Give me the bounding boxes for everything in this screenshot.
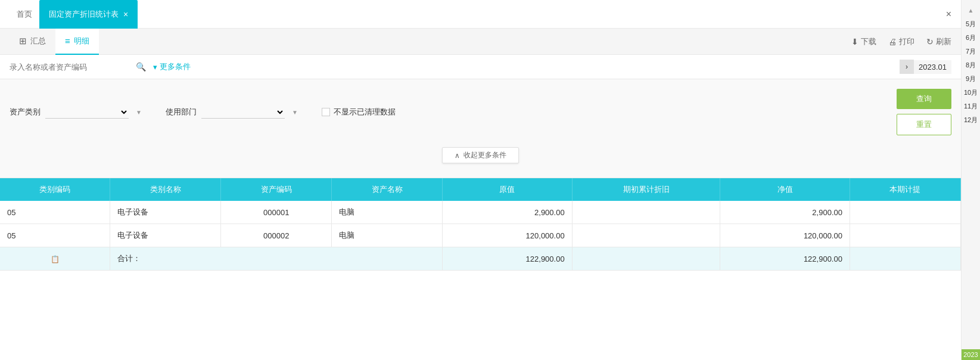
cell-category-name: 电子设备	[110, 224, 221, 247]
cell-net-value: 120,000.00	[720, 224, 850, 247]
col-asset-name: 资产名称	[332, 178, 443, 201]
hide-cleared-checkbox[interactable]	[322, 108, 330, 116]
nav-tab-close[interactable]: ×	[123, 10, 128, 19]
tab-summary-label: 汇总	[30, 36, 46, 46]
main-table: 类别编码 类别名称 资产编码 资产名称 原值 期初累计折旧 净值 本期计提 05…	[0, 178, 961, 271]
search-icon[interactable]: 🔍	[136, 62, 146, 72]
search-input[interactable]	[10, 63, 129, 72]
download-btn[interactable]: ⬇ 下载	[851, 36, 876, 47]
collapse-label: 收起更多条件	[463, 150, 506, 160]
cell-accumulated-depreciation	[572, 224, 720, 247]
reset-btn[interactable]: 重置	[897, 114, 951, 135]
collapse-btn[interactable]: ∧ 收起更多条件	[442, 147, 519, 163]
sidebar-month-item[interactable]: 7月	[962, 45, 981, 58]
sidebar-scroll-up[interactable]: ▲	[966, 5, 976, 16]
tab-actions: ⬇ 下载 🖨 打印 ↻ 刷新	[851, 36, 951, 47]
cell-asset-name: 电脑	[332, 201, 443, 224]
filter-row: 资产类别 ▼ 使用部门 ▼ 不显示已清理数据 查询 重置	[10, 89, 951, 135]
col-current-depreciation: 本期计提	[850, 178, 960, 201]
refresh-icon: ↻	[926, 37, 934, 46]
col-category-code: 类别编码	[0, 178, 110, 201]
sidebar-month-item[interactable]: 10月	[962, 86, 981, 100]
search-bar: 🔍 ▾ 更多条件 › 2023.01	[0, 55, 961, 79]
department-label: 使用部门	[166, 107, 197, 117]
detail-icon: ≡	[65, 36, 70, 46]
sidebar-month-item[interactable]: 9月	[962, 72, 981, 86]
col-accumulated-depreciation: 期初累计折旧	[572, 178, 720, 201]
tab-summary[interactable]: ⊞ 汇总	[10, 29, 55, 55]
download-icon: ⬇	[851, 37, 858, 46]
sidebar-month-item[interactable]: 12月	[962, 113, 981, 127]
print-btn[interactable]: 🖨 打印	[888, 36, 914, 47]
cell-current-depreciation	[850, 224, 960, 247]
tab-detail-label: 明细	[74, 36, 89, 46]
table-wrapper: 类别编码 类别名称 资产编码 资产名称 原值 期初累计折旧 净值 本期计提 05…	[0, 178, 961, 360]
col-asset-code: 资产编码	[221, 178, 332, 201]
col-original-value: 原值	[443, 178, 573, 201]
print-icon: 🖨	[888, 37, 897, 46]
summary-icon: ⊞	[19, 36, 27, 46]
refresh-label: 刷新	[936, 36, 951, 47]
date-display: 2023.01	[914, 60, 951, 74]
date-nav: › 2023.01	[900, 60, 951, 74]
subtotal-icon: 📋	[51, 255, 60, 263]
asset-category-select[interactable]	[45, 105, 129, 119]
date-prev-btn[interactable]: ›	[900, 60, 914, 74]
refresh-btn[interactable]: ↻ 刷新	[926, 36, 951, 47]
nav-home[interactable]: 首页	[10, 9, 39, 20]
print-label: 打印	[899, 36, 914, 47]
cell-original-value: 2,900.00	[443, 201, 573, 224]
cell-current-depreciation	[850, 201, 960, 224]
window-close-btn[interactable]: ×	[946, 9, 951, 20]
sidebar-month-item[interactable]: 8月	[962, 58, 981, 72]
filter-department: 使用部门 ▼	[166, 105, 298, 119]
cell-category-name: 电子设备	[110, 201, 221, 224]
cell-asset-name: 电脑	[332, 224, 443, 247]
toolbar-tabs: ⊞ 汇总 ≡ 明细 ⬇ 下载 🖨 打印 ↻ 刷新	[0, 29, 961, 55]
cell-net-value: 2,900.00	[720, 201, 850, 224]
hide-cleared-label: 不显示已清理数据	[334, 107, 396, 117]
right-sidebar: ▲ 5月6月7月8月9月10月11月12月 2023	[961, 0, 980, 360]
filter-icon: ▾	[153, 63, 157, 72]
subtotal-accumulated	[572, 247, 720, 271]
top-nav: 首页 固定资产折旧统计表 × ×	[0, 0, 961, 29]
table-row: 05 电子设备 000002 电脑 120,000.00 120,000.00	[0, 224, 961, 247]
nav-tab-depreciation[interactable]: 固定资产折旧统计表 ×	[39, 0, 138, 29]
collapse-icon: ∧	[455, 151, 460, 160]
cell-accumulated-depreciation	[572, 201, 720, 224]
cell-original-value: 120,000.00	[443, 224, 573, 247]
table-row: 05 电子设备 000001 电脑 2,900.00 2,900.00	[0, 201, 961, 224]
subtotal-original-value: 122,900.00	[443, 247, 573, 271]
query-btn[interactable]: 查询	[897, 89, 951, 109]
subtotal-row: 📋 合计： 122,900.00 122,900.00	[0, 247, 961, 271]
more-filters-btn[interactable]: ▾ 更多条件	[153, 61, 191, 72]
filter-panel: 资产类别 ▼ 使用部门 ▼ 不显示已清理数据 查询 重置	[0, 79, 961, 178]
filter-asset-category: 资产类别 ▼	[10, 105, 142, 119]
sidebar-month-item[interactable]: 6月	[962, 31, 981, 45]
hide-cleared-item: 不显示已清理数据	[322, 107, 396, 117]
cell-asset-code: 000001	[221, 201, 332, 224]
tab-detail[interactable]: ≡ 明细	[55, 29, 99, 55]
subtotal-icon-cell: 📋	[0, 247, 110, 271]
cell-asset-code: 000002	[221, 224, 332, 247]
subtotal-label: 合计：	[110, 247, 443, 271]
subtotal-current	[850, 247, 960, 271]
subtotal-net-value: 122,900.00	[720, 247, 850, 271]
department-arrow: ▼	[292, 109, 298, 116]
col-net-value: 净值	[720, 178, 850, 201]
nav-tab-label: 固定资产折旧统计表	[49, 9, 119, 20]
asset-category-label: 资产类别	[10, 107, 41, 117]
collapse-bar: ∧ 收起更多条件	[10, 142, 951, 168]
download-label: 下载	[861, 36, 876, 47]
filter-actions: 查询 重置	[897, 89, 951, 135]
sidebar-month-item[interactable]: 5月	[962, 17, 981, 31]
filter-label: 更多条件	[160, 61, 191, 72]
year-badge: 2023	[962, 349, 980, 360]
col-category-name: 类别名称	[110, 178, 221, 201]
asset-category-arrow: ▼	[136, 109, 142, 116]
cell-category-code: 05	[0, 224, 110, 247]
department-select[interactable]	[201, 105, 285, 119]
sidebar-month-item[interactable]: 11月	[962, 100, 981, 113]
cell-category-code: 05	[0, 201, 110, 224]
table-header-row: 类别编码 类别名称 资产编码 资产名称 原值 期初累计折旧 净值 本期计提	[0, 178, 961, 201]
